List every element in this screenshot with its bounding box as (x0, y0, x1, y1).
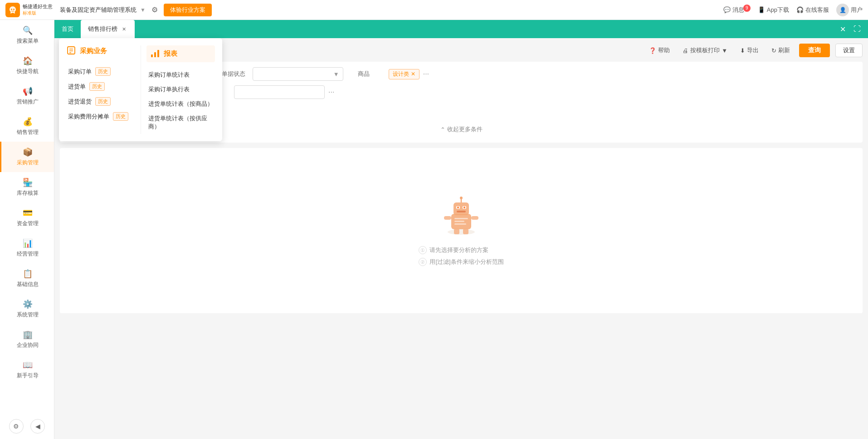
empty-hint-text-2: 用[过滤]条件来缩小分析范围 (429, 256, 503, 268)
top-header: 畅捷通好生意 标准版 装备及固定资产辅助管理系统 ▼ ⚙ 体验行业方案 💬 消息… (0, 0, 868, 20)
empty-hint-text-1: 请先选择要分析的方案 (429, 244, 488, 256)
tab-sales-ranking[interactable]: 销售排行榜 ✕ (81, 20, 135, 38)
sidebar-item-finance[interactable]: 💳 资金管理 (0, 202, 54, 233)
sidebar-item-basic-info[interactable]: 📋 基础信息 (0, 263, 54, 294)
dropdown-item-label: 进货单统计表（按供应商） (148, 114, 214, 131)
dropdown-col-purchase: 采购业务 采购订单 历史 进货单 历史 进货退货 历史 采购费用分摊单 历史 (66, 45, 135, 134)
sidebar-footer: ⚙ ◀ (0, 414, 54, 439)
headset-icon: 🎧 (796, 6, 804, 13)
dropdown-reports-title: 报表 (164, 49, 177, 58)
user-action[interactable]: 👤 用户 (836, 4, 863, 16)
app-download-action[interactable]: 📱 App下载 (758, 6, 789, 14)
sidebar-item-label-search: 搜索菜单 (17, 37, 39, 45)
salesperson-group: 业务员 ··· (203, 85, 334, 99)
svg-rect-9 (457, 211, 466, 212)
phone-icon: 📱 (758, 6, 765, 13)
system-dropdown-arrow[interactable]: ▼ (140, 7, 146, 13)
finance-icon: 💳 (23, 208, 33, 218)
operation-icon: 📊 (23, 238, 33, 248)
doc-status-label: 单据状态 (222, 70, 249, 78)
goods-tag-close[interactable]: ✕ (411, 71, 415, 77)
dropdown-item-purchase-order[interactable]: 采购订单 历史 (66, 64, 135, 79)
results-area: ① 请先选择要分析的方案 ② 用[过滤]条件来缩小分析范围 (60, 148, 863, 313)
purchase-icon: 📦 (23, 147, 33, 157)
doc-status-arrow: ▼ (333, 71, 339, 78)
sidebar-item-label-purchase: 采购管理 (17, 159, 39, 167)
sidebar-item-label-marketing: 营销推广 (17, 98, 39, 106)
message-action[interactable]: 💬 消息 9 (723, 6, 751, 14)
history-badge-stock-return: 历史 (95, 97, 111, 106)
dropdown-item-purchase-expense[interactable]: 采购费用分摊单 历史 (66, 109, 135, 124)
tab-close-icon[interactable]: ✕ (120, 25, 127, 33)
footer-settings-btn[interactable]: ⚙ (9, 419, 24, 434)
sidebar-item-marketing[interactable]: 📢 营销推广 (0, 81, 54, 111)
print-btn[interactable]: 🖨 按模板打印 ▼ (679, 44, 731, 56)
goods-tag: 设计类 ✕ (389, 69, 419, 79)
export-icon: ⬇ (740, 47, 745, 54)
footer-collapse-btn[interactable]: ◀ (30, 419, 45, 434)
svg-rect-8 (463, 207, 465, 208)
svg-rect-12 (444, 216, 451, 220)
sidebar-item-label-quick-nav: 快捷导航 (17, 68, 39, 75)
industry-btn[interactable]: 体验行业方案 (164, 4, 212, 16)
user-avatar: 👤 (836, 4, 849, 16)
print-icon: 🖨 (683, 47, 688, 54)
export-btn[interactable]: ⬇ 导出 (736, 44, 762, 56)
sidebar-item-label-operation: 经营管理 (17, 250, 39, 258)
sidebar: 🔍 搜索菜单 🏠 快捷导航 📢 营销推广 💰 销售管理 📦 采购管理 🏪 库存核… (0, 20, 54, 439)
sidebar-item-sales[interactable]: 💰 销售管理 (0, 111, 54, 142)
guide-icon: 📖 (23, 360, 33, 370)
salesperson-more-dots[interactable]: ··· (328, 88, 334, 96)
sidebar-item-enterprise[interactable]: 🏢 企业协同 (0, 324, 54, 355)
doc-status-select[interactable]: ▼ (253, 67, 343, 81)
settings-btn[interactable]: 设置 (835, 44, 863, 57)
dropdown-item-stock-return[interactable]: 进货退货 历史 (66, 94, 135, 109)
query-btn[interactable]: 查询 (799, 44, 830, 57)
logo-text: 畅捷通好生意 (23, 3, 53, 10)
goods-more-dots[interactable]: ··· (423, 70, 429, 78)
sidebar-item-label-finance: 资金管理 (17, 220, 39, 227)
dropdown-item-stock-in-stats-goods[interactable]: 进货单统计表（按商品） (146, 97, 215, 111)
history-badge-stock-in: 历史 (89, 82, 105, 91)
dropdown-item-label: 采购订单执行表 (148, 85, 190, 94)
logo-badge: 标准版 (23, 10, 53, 16)
sidebar-item-label-guide: 新手引导 (17, 372, 39, 380)
svg-point-2 (448, 229, 475, 235)
print-label: 按模板打印 (690, 46, 720, 54)
dropdown-item-purchase-order-stats[interactable]: 采购订单统计表 (146, 68, 215, 82)
sidebar-item-label-system: 系统管理 (17, 311, 39, 319)
help-btn[interactable]: ❓ 帮助 (645, 44, 673, 56)
refresh-btn[interactable]: ↻ 刷新 (768, 44, 794, 56)
online-service-action[interactable]: 🎧 在线客服 (796, 6, 829, 14)
sidebar-item-label-sales: 销售管理 (17, 128, 39, 136)
sidebar-item-purchase[interactable]: 📦 采购管理 (0, 142, 54, 172)
svg-rect-4 (454, 202, 469, 215)
settings-icon[interactable]: ⚙ (149, 5, 160, 15)
refresh-icon: ↻ (771, 47, 776, 54)
svg-rect-13 (471, 216, 478, 220)
sidebar-item-inventory[interactable]: 🏪 库存核算 (0, 172, 54, 202)
svg-rect-17 (454, 221, 464, 222)
goods-tag-value: 设计类 (393, 70, 409, 78)
dropdown-item-label: 采购订单统计表 (148, 71, 190, 79)
sidebar-item-system[interactable]: ⚙️ 系统管理 (0, 294, 54, 324)
tab-home[interactable]: 首页 (54, 20, 81, 38)
empty-illustration (439, 193, 484, 239)
salesperson-select[interactable] (234, 85, 325, 99)
logo-area: 畅捷通好生意 标准版 (5, 3, 60, 17)
dropdown-item-stock-in-stats-supplier[interactable]: 进货单统计表（按供应商） (146, 111, 215, 134)
sidebar-item-operation[interactable]: 📊 经营管理 (0, 233, 54, 263)
dropdown-cols: 采购业务 采购订单 历史 进货单 历史 进货退货 历史 采购费用分摊单 历史 (66, 45, 215, 134)
tab-home-label: 首页 (62, 25, 73, 33)
tab-window-close-icon[interactable]: ✕ (837, 24, 848, 35)
dropdown-item-stock-in[interactable]: 进货单 历史 (66, 79, 135, 94)
tab-bar: 首页 销售排行榜 ✕ ✕ ⛶ (54, 20, 868, 38)
dropdown-divider (141, 45, 141, 134)
sidebar-item-guide[interactable]: 📖 新手引导 (0, 355, 54, 385)
sidebar-item-quick-nav[interactable]: 🏠 快捷导航 (0, 50, 54, 81)
sales-icon: 💰 (23, 117, 33, 127)
dropdown-item-purchase-order-exec[interactable]: 采购订单执行表 (146, 82, 215, 97)
sidebar-item-search[interactable]: 🔍 搜索菜单 (0, 20, 54, 50)
collapse-up-icon: ⌃ (440, 126, 445, 133)
tab-window-expand-icon[interactable]: ⛶ (852, 24, 863, 35)
